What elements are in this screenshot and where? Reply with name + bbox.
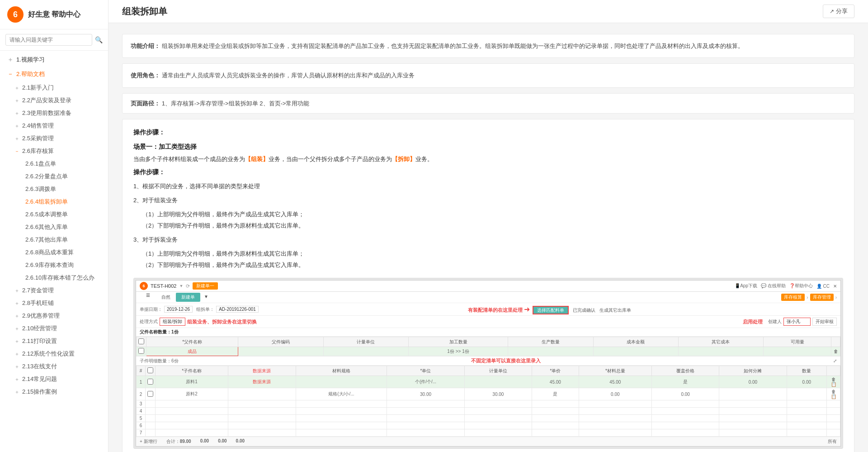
sub-name[interactable]: 原料1 [156, 376, 228, 388]
bth-qty: 数量 [787, 366, 826, 376]
bth-source: 数据来源 [228, 366, 296, 376]
sub-name2[interactable]: 原料2 [156, 388, 228, 400]
th-proc-qty: 加工数量 [408, 337, 508, 347]
sidebar-item-inv-error[interactable]: 2.6.10库存账本错了怎么办 [22, 271, 108, 284]
action-cell[interactable]: 🗑 [831, 347, 840, 356]
mock-table-area-label: 父件名称数量：1份 [136, 328, 840, 337]
th-prod-qty: 生产数量 [508, 337, 593, 347]
mock-creator-label: 创建人 [768, 319, 782, 325]
bth-no: # [137, 366, 146, 376]
sub-select-all[interactable] [147, 367, 153, 373]
sidebar-item-faq[interactable]: ＋ 2.14常见问题 [11, 373, 108, 385]
sidebar-item-newbie[interactable]: ＋ 2.1新手入门 [11, 81, 108, 94]
other-cost-cell [678, 347, 763, 356]
role-block: 使用角色： 通常由生产人员或库管人员完成拆装业务的操作，库管人员确认原材料的出库… [122, 63, 854, 87]
sidebar-item-custom[interactable]: ＋ 2.12系统个性化设置 [11, 347, 108, 360]
parent-code-cell [238, 347, 323, 356]
sidebar-item-cost-adjust[interactable]: 2.6.5成本调整单 [22, 208, 108, 221]
highlight-assemble: 【组装】 [245, 156, 269, 162]
search-box[interactable]: 🔍 [0, 29, 108, 51]
sub-unit-2: 30.00 [387, 388, 464, 400]
sidebar-item-pay[interactable]: ＋ 2.13在线支付 [11, 360, 108, 373]
sidebar-item-adjust[interactable]: 2.6.3调拨单 [22, 183, 108, 195]
mock-nav-new[interactable]: 新建单 [176, 293, 200, 302]
sidebar-item-finance[interactable]: ＋ 2.7资金管理 [11, 284, 108, 297]
sidebar-item-coupon[interactable]: ＋ 2.9优惠券管理 [11, 309, 108, 322]
parent-name-cell[interactable]: 成品 [146, 347, 238, 356]
sidebar-item-data[interactable]: ＋ 2.3使用前数据准备 [11, 107, 108, 119]
sidebar-item-help[interactable]: － 2.帮助文档 [0, 67, 108, 81]
sidebar-item-install[interactable]: ＋ 2.2产品安装及登录 [11, 94, 108, 107]
bth-act [827, 366, 840, 376]
search-button[interactable]: 🔍 [95, 36, 103, 43]
bth-cover: 覆盖价格 [651, 366, 719, 376]
mock-confirm-btn[interactable]: 已完成确认 [573, 308, 595, 313]
sub-price: 45.00 [532, 376, 579, 388]
sidebar-item-count2[interactable]: 2.6.2分量盘点单 [22, 170, 108, 183]
th-unit: 计量单位 [323, 337, 408, 347]
mock-close-icon[interactable]: ✕ [833, 284, 837, 289]
sidebar-sub-inventory: 2.6.1盘点单 2.6.2分量盘点单 2.6.3调拨单 2.6.4组装拆卸单 … [11, 157, 108, 284]
mock-new-btn[interactable]: 新建单一 [193, 282, 218, 290]
plus-icon: ＋ [14, 313, 19, 319]
search-input[interactable] [5, 34, 92, 46]
sidebar-item-cases[interactable]: ＋ 2.15操作案例 [11, 385, 108, 398]
sidebar-item-mobile[interactable]: ＋ 2.8手机旺铺 [11, 297, 108, 309]
plus-icon: ＋ [14, 110, 19, 117]
sub-act[interactable]: 🗑 📋 [827, 376, 840, 388]
mock-other-btn[interactable]: 生成其它出库单 [599, 308, 631, 313]
sub-alloc: 0.00 [719, 376, 787, 388]
mock-toolbar-btn2[interactable]: 库存管理 [810, 294, 834, 301]
mock-docno-label: 组拆单： [196, 306, 214, 313]
th-available: 可用量 [764, 337, 831, 347]
steps-title: 操作步骤： [133, 168, 843, 176]
select-all-checkbox[interactable] [138, 338, 144, 344]
sub-spec [296, 376, 387, 388]
mock-approve-btn[interactable]: 开始审核 [812, 318, 837, 326]
sidebar-item-out-other[interactable]: 2.6.7其他出库单 [22, 233, 108, 246]
sub-row-no2: 2 [137, 388, 146, 400]
sidebar-item-sales[interactable]: ＋ 2.4销售管理 [11, 119, 108, 132]
sidebar-item-cost-calc[interactable]: 2.6.8商品成本重算 [22, 246, 108, 259]
mock-nav-more[interactable]: ▼ [200, 293, 212, 302]
sidebar-item-print[interactable]: ＋ 2.11打印设置 [11, 335, 108, 347]
mock-doc-date[interactable]: 2019-12-26 [164, 306, 193, 313]
mock-doc-date-label: 单据日期： [140, 306, 162, 313]
plus-icon: ＋ [14, 135, 19, 142]
sidebar-item-ops[interactable]: ＋ 2.10经营管理 [11, 322, 108, 335]
sub-table-title: 子件明细数量：6份 [140, 358, 179, 364]
sidebar-item-purchase[interactable]: ＋ 2.5采购管理 [11, 132, 108, 145]
mock-creator-val[interactable]: 张小凡 [783, 318, 811, 326]
sub-row-cb[interactable] [147, 379, 153, 385]
sidebar-item-in-other[interactable]: 2.6.6其他入库单 [22, 221, 108, 233]
sidebar-item-video[interactable]: ＋ 1.视频学习 [0, 52, 108, 67]
mock-toolbar-btn1[interactable]: 库存核算 [781, 294, 805, 301]
mock-bottom-bar: + 新增行 合计：89.00 0.00 0.00 0.00 所有 [136, 437, 840, 446]
sub-source2 [228, 388, 296, 400]
sub-act2[interactable]: 🗑 📋 [827, 388, 840, 400]
path-block: 页面路径： 1、库存核算->库存管理->组装拆卸单 2、首页->常用功能 [122, 93, 854, 114]
sidebar-item-inventory[interactable]: － 2.6库存核算 [11, 145, 108, 157]
sidebar-item-inv-query[interactable]: 2.6.9库存账本查询 [22, 259, 108, 271]
row-checkbox[interactable] [138, 348, 144, 354]
mock-sub-table-label: 子件明细数量：6份 不固定清单可以直接在这里录入 ⤢ [136, 356, 840, 366]
proc-qty-cell[interactable]: 1份 >> 1份 [408, 347, 508, 356]
mock-nav-home[interactable]: 自然 [156, 293, 176, 302]
sub-row-cb2[interactable] [147, 391, 153, 397]
highlight-disassemble: 【拆卸】 [392, 156, 415, 162]
bottom-add-btn[interactable]: + 新增行 [140, 438, 157, 445]
plus-icon: ＋ [14, 363, 19, 370]
share-button[interactable]: ↗ 分享 [823, 5, 854, 18]
mock-type-val[interactable]: 组装/拆卸 [160, 318, 185, 326]
sidebar-item-assemble[interactable]: 2.6.4组装拆卸单 [22, 195, 108, 208]
sub-row-7: 7 [137, 429, 840, 437]
expand-icon[interactable]: ⤢ [833, 358, 837, 363]
bth-checkbox [146, 366, 156, 376]
mock-docno[interactable]: AD-20191226-001 [216, 306, 259, 313]
mock-dropdown: ▼ [179, 284, 183, 288]
th-parent-name: *父件名称 [146, 337, 238, 347]
sidebar-item-count[interactable]: 2.6.1盘点单 [22, 157, 108, 170]
step3-sub2: （2）下部明细为子件明细，最终作为产成品生成其它入库单。 [142, 260, 843, 271]
mock-match-btn[interactable]: 选择匹配料单 [533, 306, 569, 314]
bth-price: *单价 [532, 366, 579, 376]
